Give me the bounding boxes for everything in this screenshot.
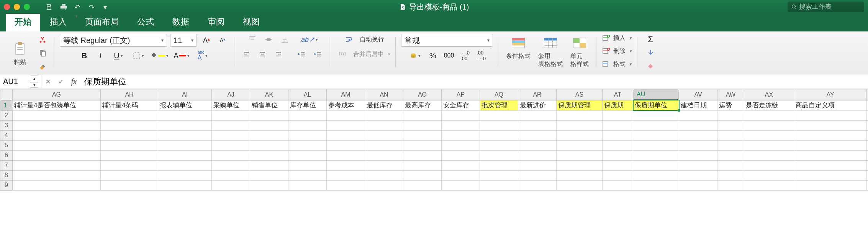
cell-AS3[interactable]	[557, 120, 603, 130]
cell-AN1[interactable]: 最低库存	[365, 100, 403, 110]
cell-AT6[interactable]	[603, 150, 633, 160]
cell-AS7[interactable]	[557, 160, 603, 170]
cell-AR2[interactable]	[518, 110, 557, 120]
cell-AW6[interactable]	[717, 150, 744, 160]
cell-AY6[interactable]	[794, 150, 867, 160]
col-header-AO[interactable]: AO	[403, 89, 442, 100]
fill-series-button[interactable]	[643, 47, 658, 58]
decrease-decimal-button[interactable]: .00→.0	[475, 50, 488, 61]
cell-AI2[interactable]	[158, 110, 212, 120]
cell-AH2[interactable]	[101, 110, 158, 120]
cell-AW2[interactable]	[717, 110, 744, 120]
cell-AG2[interactable]	[13, 110, 101, 120]
align-center-button[interactable]	[256, 48, 269, 60]
spreadsheet-grid[interactable]: AGAHAIAJAKALAMANAOAPAQARASATAUAVAWAXAYAZ…	[0, 89, 868, 237]
cell-AJ5[interactable]	[212, 140, 250, 150]
search-input[interactable]	[799, 3, 860, 11]
cell-AO3[interactable]	[403, 120, 442, 130]
row-header-2[interactable]: 2	[0, 110, 13, 120]
cell-AL6[interactable]	[288, 150, 327, 160]
font-size-select[interactable]: 11 ▾	[170, 34, 197, 47]
cell-AW7[interactable]	[717, 160, 744, 170]
cell-AK3[interactable]	[250, 120, 288, 130]
cell-AO1[interactable]: 最高库存	[403, 100, 442, 110]
cell-AT9[interactable]	[603, 180, 633, 190]
insert-function-button[interactable]: fx	[67, 74, 80, 89]
clear-button[interactable]	[643, 60, 658, 71]
orientation-button[interactable]: ab↗▾	[301, 34, 318, 45]
cell-AQ6[interactable]	[480, 150, 518, 160]
tab-data[interactable]: 数据	[164, 12, 198, 31]
cell-AZ4[interactable]	[867, 130, 868, 140]
cell-AM4[interactable]	[327, 130, 365, 140]
cell-AU9[interactable]	[633, 180, 679, 190]
cell-AV5[interactable]	[679, 140, 717, 150]
cell-AX6[interactable]	[744, 150, 794, 160]
cell-AQ5[interactable]	[480, 140, 518, 150]
cell-AX4[interactable]	[744, 130, 794, 140]
cell-AY8[interactable]	[794, 170, 867, 180]
cell-AP1[interactable]: 安全库存	[442, 100, 480, 110]
accept-formula-button[interactable]: ✓	[54, 74, 67, 89]
row-header-1[interactable]: 1	[0, 100, 13, 110]
cell-AQ2[interactable]	[480, 110, 518, 120]
cell-AY1[interactable]: 商品自定义项	[794, 100, 867, 110]
italic-button[interactable]: I	[94, 50, 107, 61]
cell-AM3[interactable]	[327, 120, 365, 130]
cut-button[interactable]	[36, 34, 49, 45]
cell-AM5[interactable]	[327, 140, 365, 150]
cell-AI7[interactable]	[158, 160, 212, 170]
cell-AK8[interactable]	[250, 170, 288, 180]
cell-AV2[interactable]	[679, 110, 717, 120]
cell-AU8[interactable]	[633, 170, 679, 180]
cell-AM2[interactable]	[327, 110, 365, 120]
cell-AU5[interactable]	[633, 140, 679, 150]
cell-AP3[interactable]	[442, 120, 480, 130]
align-right-button[interactable]	[272, 48, 285, 60]
cell-AR4[interactable]	[518, 130, 557, 140]
cell-AJ3[interactable]	[212, 120, 250, 130]
cell-AK1[interactable]: 销售单位	[250, 100, 288, 110]
cell-AN3[interactable]	[365, 120, 403, 130]
cell-AJ1[interactable]: 采购单位	[212, 100, 250, 110]
col-header-AN[interactable]: AN	[365, 89, 403, 100]
copy-button[interactable]	[36, 48, 49, 59]
cell-AP4[interactable]	[442, 130, 480, 140]
cell-AV6[interactable]	[679, 150, 717, 160]
col-header-AM[interactable]: AM	[327, 89, 365, 100]
cell-AW1[interactable]: 运费	[717, 100, 744, 110]
cell-AV9[interactable]	[679, 180, 717, 190]
row-header-7[interactable]: 7	[0, 160, 13, 170]
cell-AL5[interactable]	[288, 140, 327, 150]
align-bottom-button[interactable]	[278, 34, 291, 45]
redo-icon[interactable]: ↷ ▾	[89, 3, 97, 11]
row-header-5[interactable]: 5	[0, 140, 13, 150]
cell-AR3[interactable]	[518, 120, 557, 130]
fill-color-button[interactable]: ▾	[150, 50, 169, 61]
cell-AS5[interactable]	[557, 140, 603, 150]
cell-AU3[interactable]	[633, 120, 679, 130]
minimize-window-button[interactable]	[14, 4, 20, 10]
cell-AN4[interactable]	[365, 130, 403, 140]
cell-AL9[interactable]	[288, 180, 327, 190]
cell-AP7[interactable]	[442, 160, 480, 170]
cell-AL3[interactable]	[288, 120, 327, 130]
tab-layout[interactable]: 页面布局	[77, 12, 127, 31]
tab-review[interactable]: 审阅	[199, 12, 233, 31]
cell-AP2[interactable]	[442, 110, 480, 120]
cell-AK7[interactable]	[250, 160, 288, 170]
cell-AJ2[interactable]	[212, 110, 250, 120]
cell-AX9[interactable]	[744, 180, 794, 190]
cell-AI5[interactable]	[158, 140, 212, 150]
paste-button[interactable]: 粘贴	[9, 40, 31, 67]
col-header-AJ[interactable]: AJ	[212, 89, 250, 100]
col-header-AL[interactable]: AL	[288, 89, 327, 100]
cell-AZ3[interactable]	[867, 120, 868, 130]
cell-AI1[interactable]: 报表辅单位	[158, 100, 212, 110]
cell-AQ3[interactable]	[480, 120, 518, 130]
cell-AY4[interactable]	[794, 130, 867, 140]
cell-AJ6[interactable]	[212, 150, 250, 160]
cell-AT2[interactable]	[603, 110, 633, 120]
cell-AY5[interactable]	[794, 140, 867, 150]
col-header-AK[interactable]: AK	[250, 89, 288, 100]
